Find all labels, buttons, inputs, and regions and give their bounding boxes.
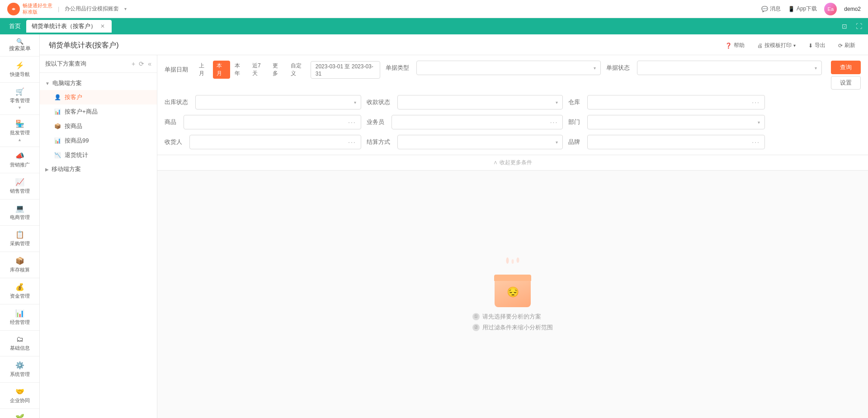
scheme-group-desktop-header[interactable]: ▼ 电脑端方案 (40, 76, 157, 90)
scheme-by-customer-goods-icon: 📊 (54, 109, 61, 115)
scheme-by-customer-icon: 👤 (54, 94, 61, 100)
main-layout: 🔍 搜索菜单 ⚡ 快捷导航 🛒 零售管理 ▼ 🏪 批发管理 ▲ 📣 营销推广 📈… (0, 34, 868, 418)
collapse-bar[interactable]: ∧ 收起更多条件 (157, 155, 868, 171)
tab-home[interactable]: 首页 (4, 20, 26, 33)
app-download-btn[interactable]: 📱 App下载 (788, 5, 817, 13)
filter-brand-control[interactable]: ··· (587, 135, 765, 149)
scheme-item-return-stat[interactable]: 📉 退货统计 (40, 148, 157, 162)
message-btn[interactable]: 💬 消息 (761, 5, 781, 13)
filter-department-control[interactable]: ▾ (587, 115, 765, 129)
sidebar-item-marketing[interactable]: 📣 营销推广 (0, 147, 39, 173)
sidebar-item-inventory[interactable]: 📦 库存核算 (0, 252, 39, 278)
refresh-icon: ⟳ (838, 43, 843, 49)
sidebar-search[interactable]: 🔍 搜索菜单 (0, 34, 39, 57)
department-arrow-icon: ▾ (758, 120, 760, 125)
scheme-group-mobile: ▶ 移动端方案 (40, 162, 157, 176)
sidebar-item-ecommerce[interactable]: 💻 电商管理 (0, 200, 39, 226)
filter-salesperson-label: 业务员 (367, 118, 384, 126)
empty-box-lid (494, 275, 531, 281)
sidebar-item-wholesale[interactable]: 🏪 批发管理 ▲ (0, 115, 39, 147)
scheme-by-goods-99-icon: 📊 (54, 138, 61, 144)
scheme-group-desktop: ▼ 电脑端方案 👤 按客户 📊 按客户+商品 📦 (40, 76, 157, 162)
date-tab-more[interactable]: 更多 (269, 61, 286, 79)
filter-receiver-control[interactable]: ··· (189, 135, 361, 149)
filter-goods-control[interactable]: ··· (184, 115, 361, 129)
export-btn[interactable]: ⬇ 导出 (805, 40, 829, 51)
sidebar-item-purchase[interactable]: 📋 采购管理 (0, 226, 39, 252)
refresh-btn[interactable]: ⟳ 刷新 (835, 40, 859, 51)
tab-sales-stat[interactable]: 销货单统计表（按客户） ✕ (26, 20, 112, 33)
tab-restore-icon[interactable]: ⊡ (839, 21, 850, 32)
filter-date-label: 单据日期 (165, 66, 188, 74)
sidebar-item-operations[interactable]: 📊 经营管理 (0, 304, 39, 331)
help-btn[interactable]: ❓ 帮助 (722, 40, 748, 51)
goods-dots-icon: ··· (348, 119, 356, 126)
filter-brand-label: 品牌 (568, 138, 580, 146)
search-menu-label[interactable]: 搜索菜单 (3, 45, 37, 52)
filter-doc-status-control[interactable]: ▾ (637, 61, 822, 75)
filter-doc-type-control[interactable]: ▾ (416, 61, 601, 75)
wholesale-arrow: ▲ (18, 138, 22, 142)
retail-arrow: ▼ (18, 105, 22, 110)
scheme-group-mobile-header[interactable]: ▶ 移动端方案 (40, 162, 157, 176)
scheme-group-arrow-down: ▼ (45, 81, 50, 86)
filter-settlement-label: 结算方式 (367, 138, 390, 146)
purchase-icon: 📋 (15, 230, 24, 239)
empty-box-body: 😔 (495, 278, 531, 307)
empty-illustration: 😔 (486, 257, 540, 307)
empty-tip-1: ① 请先选择要分析的方案 (472, 313, 541, 321)
sidebar-item-cooperation[interactable]: 🤝 企业协同 (0, 383, 39, 409)
app-dropdown-arrow[interactable]: ▾ (124, 6, 127, 11)
header-right: 💬 消息 📱 App下载 Ea demo2 (761, 3, 861, 15)
content-area: 销货单统计表(按客户) ❓ 帮助 🖨 按模板打印 ▾ ⬇ 导出 ⟳ 刷新 (40, 34, 868, 418)
filter-receipt-status-control[interactable]: ▾ (397, 95, 563, 109)
settings-btn[interactable]: 设置 (831, 76, 861, 90)
sidebar-item-system[interactable]: ⚙️ 系统管理 (0, 356, 39, 383)
print-btn[interactable]: 🖨 按模板打印 ▾ (754, 40, 799, 51)
scheme-header-actions: + ⟳ « (132, 60, 151, 67)
empty-tips: ① 请先选择要分析的方案 ② 用过滤条件来缩小分析范围 (472, 313, 553, 332)
scheme-collapse-icon[interactable]: « (148, 60, 151, 67)
scheme-group-mobile-arrow: ▶ (45, 167, 49, 172)
scheme-refresh-icon[interactable]: ⟳ (139, 60, 144, 67)
date-tab-last-7[interactable]: 近7天 (249, 61, 268, 79)
sidebar-item-newbie[interactable]: 🌱 新手引导 (0, 409, 39, 418)
scheme-item-by-customer[interactable]: 👤 按客户 (40, 90, 157, 104)
tab-maximize-icon[interactable]: ⛶ (854, 21, 864, 32)
sidebar-item-sales[interactable]: 📈 销售管理 (0, 173, 39, 200)
wholesale-icon: 🏪 (15, 119, 24, 128)
scheme-by-goods-icon: 📦 (54, 123, 61, 129)
date-value-display[interactable]: 2023-03-01 至 2023-03-31 (311, 61, 380, 79)
avatar: Ea (824, 3, 837, 15)
date-tab-this-year[interactable]: 本年 (231, 61, 248, 79)
date-tabs: 上月 本月 本年 近7天 更多 自定义 (195, 61, 309, 79)
query-btn[interactable]: 查询 (831, 61, 861, 74)
scheme-item-by-goods[interactable]: 📦 按商品 (40, 119, 157, 133)
export-icon: ⬇ (808, 43, 813, 49)
scheme-item-by-customer-goods[interactable]: 📊 按客户+商品 (40, 104, 157, 119)
operations-icon: 📊 (15, 309, 24, 318)
filter-warehouse-control[interactable]: ··· (587, 95, 765, 109)
sidebar-item-basic[interactable]: 🗂 基础信息 (0, 331, 39, 356)
tab-close-icon[interactable]: ✕ (99, 23, 106, 30)
filter-settlement-control[interactable]: ▾ (397, 135, 563, 149)
filter-receipt-status-label: 收款状态 (367, 98, 390, 106)
sidebar-item-quicknav[interactable]: ⚡ 快捷导航 (0, 57, 39, 83)
date-tab-last-month[interactable]: 上月 (195, 61, 212, 79)
message-icon: 💬 (761, 6, 768, 12)
filter-result-area: 单据日期 上月 本月 本年 近7天 更多 自定义 20 (157, 55, 868, 418)
date-tab-custom[interactable]: 自定义 (287, 61, 309, 79)
sidebar-item-finance[interactable]: 💰 资金管理 (0, 278, 39, 304)
basic-icon: 🗂 (16, 335, 24, 343)
filter-salesperson-control[interactable]: ··· (392, 115, 563, 129)
scheme-add-icon[interactable]: + (132, 60, 135, 67)
warehouse-dots-icon: ··· (752, 99, 760, 106)
scheme-item-by-goods-99[interactable]: 📊 按商品99 (40, 133, 157, 148)
date-tab-this-month[interactable]: 本月 (213, 61, 230, 79)
filter-out-status-control[interactable]: ▾ (195, 95, 361, 109)
receiver-dots-icon: ··· (348, 138, 356, 146)
sidebar-item-retail[interactable]: 🛒 零售管理 ▼ (0, 83, 39, 115)
logo-area: 畅捷通好生意 标准版 (7, 3, 52, 15)
filter-panel: 单据日期 上月 本月 本年 近7天 更多 自定义 20 (157, 55, 868, 155)
receipt-status-arrow-icon: ▾ (556, 100, 558, 105)
